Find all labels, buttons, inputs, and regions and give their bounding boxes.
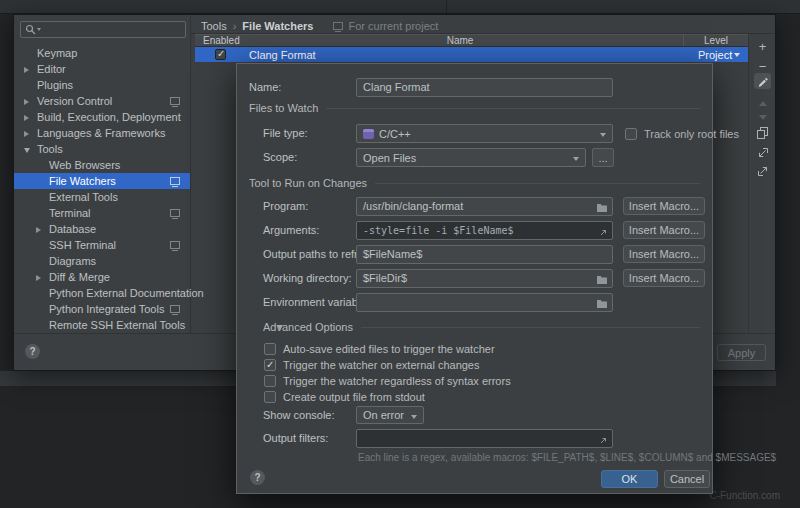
breadcrumb-file-watchers[interactable]: File Watchers	[242, 20, 313, 32]
sidebar-item-version-control[interactable]: Version Control	[14, 93, 190, 109]
insert-macro-output-paths-button[interactable]: Insert Macro...	[623, 245, 705, 263]
sidebar-item-editor[interactable]: Editor	[14, 61, 190, 77]
move-up-button[interactable]	[754, 96, 771, 111]
environment-variables-field[interactable]	[356, 293, 613, 312]
output-filters-field[interactable]	[356, 429, 613, 448]
apply-button[interactable]: Apply	[717, 344, 766, 361]
edit-watcher-dialog: Name: Clang Format Files to Watch File t…	[236, 63, 713, 494]
sidebar-item-plugins[interactable]: Plugins	[14, 77, 190, 93]
option-create-output-file: Create output file from stdout	[264, 389, 425, 404]
watcher-name: Clang Format	[249, 49, 316, 61]
cancel-button[interactable]: Cancel	[664, 470, 710, 488]
file-type-label: File type:	[263, 124, 308, 143]
sidebar-item-languages-frameworks[interactable]: Languages & Frameworks	[14, 125, 190, 141]
sidebar-item-remote-ssh-external-tools[interactable]: Remote SSH External Tools	[14, 317, 190, 333]
per-project-icon	[333, 22, 343, 30]
export-icon	[757, 165, 769, 177]
sidebar-item-tools[interactable]: Tools	[14, 141, 190, 157]
option-auto-save: Auto-save edited files to trigger the wa…	[264, 341, 495, 356]
folder-icon[interactable]	[596, 201, 608, 216]
search-icon[interactable]	[25, 24, 41, 35]
arrow-up-icon	[759, 101, 767, 106]
insert-macro-arguments-button[interactable]: Insert Macro...	[623, 221, 705, 239]
sidebar-item-external-tools[interactable]: External Tools	[14, 189, 190, 205]
option-trigger-external: Trigger the watcher on external changes	[264, 357, 479, 372]
help-button[interactable]: ?	[25, 344, 40, 359]
export-watchers-button[interactable]	[754, 163, 771, 178]
edit-watcher-button[interactable]	[754, 73, 771, 89]
chevron-right-icon[interactable]	[36, 275, 41, 281]
enabled-checkbox[interactable]	[215, 49, 226, 60]
level-dropdown-icon[interactable]	[734, 53, 740, 57]
dialog-help-button[interactable]: ?	[250, 470, 265, 485]
screen: Keymap Editor Plugins Version Control Bu…	[0, 0, 800, 508]
add-watcher-button[interactable]: +	[754, 39, 771, 54]
sidebar-item-file-watchers[interactable]: File Watchers	[14, 173, 190, 189]
arguments-field[interactable]: -style=file -i $FileName$	[356, 221, 613, 240]
chevron-down-icon	[411, 415, 417, 419]
pencil-icon	[757, 76, 768, 87]
breadcrumb-tools[interactable]: Tools	[201, 20, 227, 32]
per-project-icon	[170, 241, 180, 249]
sidebar-item-web-browsers[interactable]: Web Browsers	[14, 157, 190, 173]
trigger-external-checkbox[interactable]	[264, 359, 276, 371]
sidebar-item-diff-merge[interactable]: Diff & Merge	[14, 269, 190, 285]
chevron-right-icon[interactable]	[24, 115, 29, 121]
chevron-right-icon[interactable]	[24, 67, 29, 73]
insert-macro-program-button[interactable]: Insert Macro...	[623, 197, 705, 215]
chevron-right-icon[interactable]	[24, 99, 29, 105]
insert-macro-working-directory-button[interactable]: Insert Macro...	[623, 269, 705, 287]
sidebar-item-build-execution-deployment[interactable]: Build, Execution, Deployment	[14, 109, 190, 125]
working-directory-field[interactable]: $FileDir$	[356, 269, 613, 288]
sidebar-item-ssh-terminal[interactable]: SSH Terminal	[14, 237, 190, 253]
chevron-down-icon	[600, 133, 606, 137]
remove-watcher-button[interactable]: −	[754, 59, 771, 74]
settings-search-box[interactable]	[20, 21, 186, 38]
breadcrumb: Tools › File Watchers For current projec…	[201, 19, 438, 33]
chevron-right-icon[interactable]	[24, 131, 29, 137]
chevron-down-icon	[573, 157, 579, 161]
chevron-right-icon[interactable]	[36, 227, 41, 233]
sidebar-item-python-integrated-tools[interactable]: Python Integrated Tools	[14, 301, 190, 317]
watcher-level[interactable]: Project	[698, 49, 732, 61]
sidebar-item-python-external-documentation[interactable]: Python External Documentation	[14, 285, 190, 301]
show-console-combo[interactable]: On error	[356, 406, 424, 424]
folder-icon[interactable]	[596, 297, 608, 312]
output-paths-field[interactable]: $FileName$	[356, 245, 613, 264]
output-filters-label: Output filters:	[263, 429, 328, 448]
chevron-down-icon[interactable]	[24, 148, 30, 153]
arguments-label: Arguments:	[263, 221, 319, 240]
copy-watcher-button[interactable]	[754, 125, 771, 140]
import-watchers-button[interactable]	[754, 145, 771, 160]
ok-button[interactable]: OK	[601, 470, 658, 488]
advanced-options-section[interactable]: Advanced Options	[263, 321, 700, 333]
trigger-regardless-checkbox[interactable]	[264, 375, 276, 387]
auto-save-checkbox[interactable]	[264, 343, 276, 355]
search-input[interactable]	[44, 23, 181, 37]
program-field[interactable]: /usr/bin/clang-format	[356, 197, 613, 216]
track-only-root-files-checkbox[interactable]	[625, 128, 637, 140]
tool-to-run-section: Tool to Run on Changes	[249, 177, 700, 189]
sidebar-item-database[interactable]: Database	[14, 221, 190, 237]
move-down-button[interactable]	[754, 110, 771, 125]
file-type-combo[interactable]: C/C++	[356, 124, 613, 143]
sidebar-item-keymap[interactable]: Keymap	[14, 45, 190, 61]
chevron-down-icon[interactable]	[277, 325, 283, 330]
scope-label: Scope:	[263, 148, 297, 167]
expand-icon[interactable]	[598, 226, 608, 240]
working-directory-label: Working directory:	[263, 269, 351, 288]
per-project-icon	[170, 97, 180, 105]
sidebar-item-diagrams[interactable]: Diagrams	[14, 253, 190, 269]
name-field[interactable]: Clang Format	[356, 78, 613, 97]
scope-combo[interactable]: Open Files	[356, 148, 586, 167]
sidebar-item-terminal[interactable]: Terminal	[14, 205, 190, 221]
expand-icon[interactable]	[598, 434, 608, 448]
create-output-file-checkbox[interactable]	[264, 391, 276, 403]
import-icon	[757, 147, 769, 159]
folder-icon[interactable]	[596, 273, 608, 288]
watcher-row-clang-format[interactable]: Clang Format Project	[195, 47, 748, 62]
scope-browse-button[interactable]: ...	[592, 148, 614, 167]
ide-title-strip	[0, 0, 800, 14]
per-project-icon	[170, 177, 180, 185]
column-header-enabled: Enabled	[195, 35, 237, 46]
